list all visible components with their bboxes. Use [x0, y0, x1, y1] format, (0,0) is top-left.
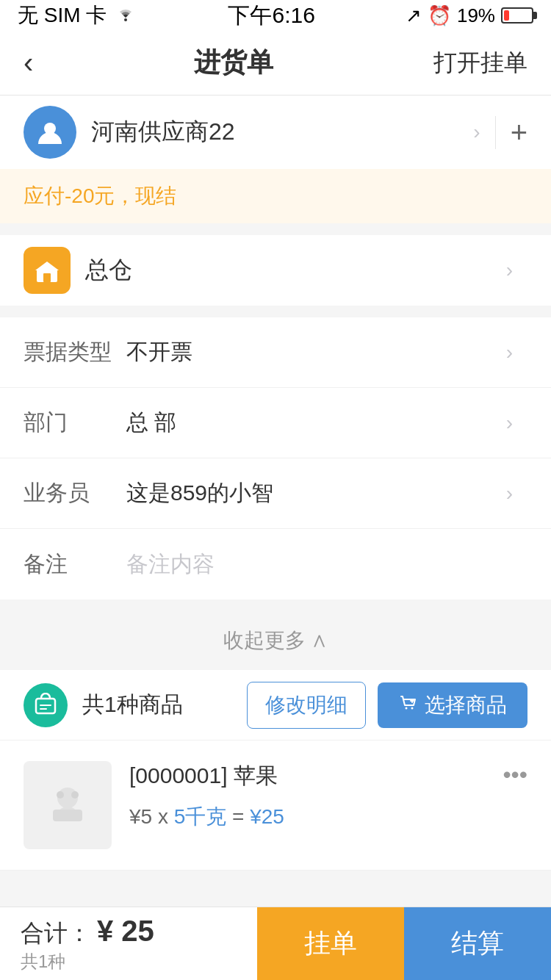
remark-row[interactable]: 备注 备注内容 [0, 529, 551, 599]
remark-label: 备注 [24, 550, 126, 580]
add-button[interactable]: + [495, 116, 527, 149]
status-time: 下午6:16 [228, 1, 314, 31]
battery-percent: 19% [457, 4, 495, 27]
department-label: 部门 [24, 408, 126, 438]
quantity: 5千克 [174, 805, 227, 828]
chevron-right-icon: › [506, 259, 513, 282]
ticket-type-label: 票据类型 [24, 337, 126, 367]
supplier-section: 河南供应商22 › + 应付-20元，现结 [0, 96, 551, 223]
location-icon: ↗ [406, 4, 422, 27]
products-icon [24, 683, 68, 727]
hang-button[interactable]: 挂单 [257, 907, 404, 980]
wifi-icon [114, 4, 137, 27]
form-section: 票据类型 不开票 › 部门 总 部 › 业务员 这是859的小智 › 备注 备注… [0, 317, 551, 599]
chevron-right-icon: › [506, 411, 513, 435]
product-price: ¥5 x 5千克 = ¥25 [129, 803, 503, 831]
svg-rect-3 [43, 273, 51, 282]
product-name-text: 苹果 [234, 763, 278, 788]
department-row[interactable]: 部门 总 部 › [0, 388, 551, 458]
supplier-avatar [24, 106, 76, 159]
product-thumbnail [24, 761, 112, 849]
settle-button[interactable]: 结算 [404, 907, 551, 980]
warehouse-section[interactable]: 总仓 › [0, 235, 551, 306]
svg-point-8 [57, 791, 64, 799]
alarm-icon: ⏰ [428, 4, 451, 27]
back-button[interactable]: ‹ [24, 46, 33, 79]
carrier-text: 无 SIM 卡 [18, 1, 107, 29]
hang-label: 挂单 [304, 926, 357, 962]
ticket-type-value: 不开票 [126, 337, 506, 367]
products-section: 共1种商品 修改明细 选择商品 [0, 670, 551, 871]
product-item: [0000001] 苹果 ¥5 x 5千克 = ¥25 ••• [0, 741, 551, 871]
warehouse-icon [24, 247, 71, 294]
total-label: 合计： [21, 918, 91, 950]
product-info: [0000001] 苹果 ¥5 x 5千克 = ¥25 [129, 761, 503, 831]
total-amount: ¥ 25 [97, 915, 154, 948]
collapse-row[interactable]: 收起更多 ∧ [0, 611, 551, 670]
supplier-row[interactable]: 河南供应商22 › + [0, 96, 551, 169]
content-area: 河南供应商22 › + 应付-20元，现结 总仓 › 票据类型 不开票 › [0, 96, 551, 956]
total-row: 合计： ¥ 25 [21, 915, 237, 950]
battery-icon [501, 7, 533, 24]
total-sub: 共1种 [21, 950, 237, 973]
collapse-label: 收起更多 ∧ [223, 627, 328, 655]
cart-icon [398, 692, 419, 718]
modify-detail-button[interactable]: 修改明细 [247, 682, 366, 729]
products-count: 共1种商品 [82, 690, 247, 720]
department-value: 总 部 [126, 408, 506, 438]
products-header: 共1种商品 修改明细 选择商品 [0, 670, 551, 741]
salesman-label: 业务员 [24, 478, 126, 508]
settle-label: 结算 [451, 926, 504, 962]
page-title: 进货单 [194, 45, 273, 81]
more-button[interactable]: ••• [503, 761, 527, 788]
chevron-right-icon: › [473, 120, 480, 144]
status-right: ↗ ⏰ 19% [406, 4, 533, 27]
chevron-right-icon: › [506, 341, 513, 364]
svg-point-6 [411, 707, 414, 710]
salesman-row[interactable]: 业务员 这是859的小智 › [0, 458, 551, 529]
nav-bar: ‹ 进货单 打开挂单 [0, 31, 551, 96]
warehouse-row[interactable]: 总仓 › [0, 235, 551, 306]
select-product-label: 选择商品 [425, 691, 507, 719]
total-price: ¥25 [250, 805, 284, 828]
svg-point-0 [124, 18, 127, 21]
status-left: 无 SIM 卡 [18, 1, 137, 29]
warehouse-name: 总仓 [85, 254, 506, 287]
ticket-type-row[interactable]: 票据类型 不开票 › [0, 317, 551, 388]
unit-price: ¥5 x [129, 805, 174, 828]
svg-point-5 [406, 707, 408, 710]
product-code: [0000001] [129, 763, 234, 788]
remark-placeholder: 备注内容 [126, 550, 527, 580]
open-hang-button[interactable]: 打开挂单 [433, 47, 527, 79]
product-name: [0000001] 苹果 [129, 761, 503, 791]
supplier-name: 河南供应商22 [91, 116, 473, 148]
salesman-value: 这是859的小智 [126, 478, 506, 508]
footer-total: 合计： ¥ 25 共1种 [0, 907, 257, 980]
chevron-right-icon: › [506, 482, 513, 505]
supplier-notice: 应付-20元，现结 [0, 169, 551, 223]
select-product-button[interactable]: 选择商品 [378, 682, 527, 728]
svg-rect-10 [53, 810, 82, 821]
footer-bar: 合计： ¥ 25 共1种 挂单 结算 [0, 907, 551, 980]
equals: = [232, 805, 250, 828]
status-bar: 无 SIM 卡 下午6:16 ↗ ⏰ 19% [0, 0, 551, 31]
svg-point-9 [71, 791, 79, 799]
